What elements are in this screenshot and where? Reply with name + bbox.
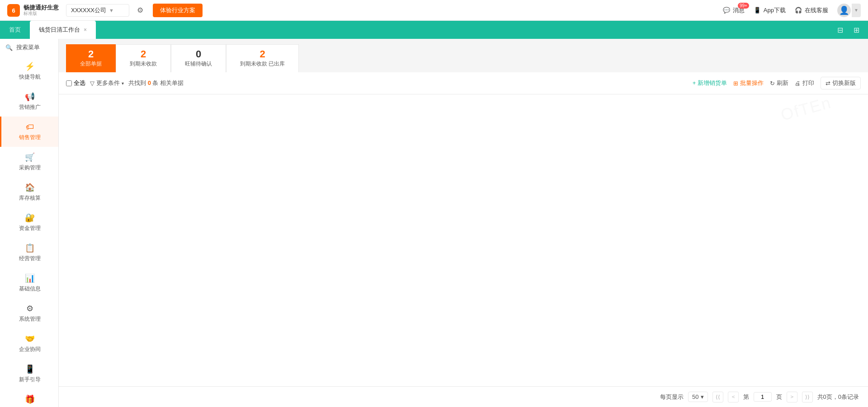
user-avatar-area[interactable]: 👤 ▼	[837, 4, 861, 17]
company-selector[interactable]: XXXXXX公司 ▼	[66, 4, 129, 17]
maximize-button[interactable]: ⊞	[850, 23, 863, 36]
sidebar-item-sales[interactable]: 🏷 销售管理	[0, 117, 58, 147]
sidebar-item-marketing[interactable]: 📢 营销推广	[0, 86, 58, 117]
per-page-label: 每页显示	[660, 393, 684, 401]
sidebar-item-purchase[interactable]: 🛒 采购管理	[0, 147, 58, 177]
tabs-bar-actions: ⊟ ⊞	[834, 23, 868, 36]
sidebar-search[interactable]: 🔍 搜索菜单	[0, 39, 58, 56]
stat-label-wangwang: 旺辅待确认	[185, 60, 212, 68]
finance-icon: 🔐	[25, 213, 35, 223]
minimize-button[interactable]: ⊟	[834, 23, 846, 36]
stat-num-all: 2	[88, 49, 94, 59]
stat-num-wangwang: 0	[196, 49, 201, 59]
page-input[interactable]	[754, 392, 772, 402]
chevron-down-icon: ▼	[109, 8, 114, 13]
watermark: OfTEn	[778, 94, 833, 125]
logo-area: 6 畅捷通好生意 标准版	[7, 4, 66, 17]
select-all-checkbox[interactable]: 全选	[66, 79, 85, 87]
per-page-value: 50	[692, 393, 698, 400]
sidebar-label-quick-nav: 快捷导航	[19, 73, 41, 81]
phone-icon: 📱	[754, 7, 761, 14]
footer-pagination: 每页显示 50 ▾ ⟨⟨ ＜ 第 页 ＞ ⟩⟩ 共0页，0条记录	[59, 386, 868, 407]
refresh-button[interactable]: ↻ 刷新	[770, 79, 788, 87]
table-area: OfTEn	[59, 94, 868, 386]
page-suffix: 页	[776, 393, 782, 401]
tab-home[interactable]: 首页	[0, 21, 30, 39]
app-download-label: App下载	[764, 6, 786, 14]
sidebar-item-basic-info[interactable]: 📊 基础信息	[0, 268, 58, 298]
print-icon: 🖨	[795, 80, 801, 87]
filter-icon: ▽	[90, 80, 94, 87]
sidebar-item-quick-nav[interactable]: ⚡ 快捷导航	[0, 56, 58, 86]
stat-label-overdue: 到期未收款	[130, 60, 157, 68]
service-icon: 🎧	[795, 7, 802, 14]
app-download-button[interactable]: 📱 App下载	[754, 6, 786, 14]
print-button[interactable]: 🖨 打印	[795, 79, 814, 87]
message-icon: 💬	[723, 7, 730, 14]
first-page-button[interactable]: ⟨⟨	[712, 392, 723, 402]
app-layout: 🔍 搜索菜单 ⚡ 快捷导航 📢 营销推广 🏷 销售管理 🛒 采购管理 🏠 库存核…	[0, 39, 868, 407]
new-sale-button[interactable]: + 新增销货单	[693, 79, 727, 87]
found-text: 共找到 0 条 相关单据	[128, 79, 184, 87]
switch-icon: ⇄	[826, 80, 830, 87]
operations-icon: 📋	[25, 243, 35, 253]
toolbar-left: 全选 ▽ 更多条件 ▾ 共找到 0 条 相关单据	[66, 79, 687, 87]
trial-button[interactable]: 体验行业方案	[153, 4, 203, 17]
refresh-label: 刷新	[777, 79, 788, 87]
last-page-button[interactable]: ⟩⟩	[802, 392, 813, 402]
stat-tab-wangwang[interactable]: 0 旺辅待确认	[171, 44, 226, 72]
per-page-select[interactable]: 50 ▾	[688, 392, 708, 402]
tab-home-label: 首页	[9, 26, 21, 34]
gear-icon: ⚙	[137, 6, 143, 14]
prev-page-button[interactable]: ＜	[728, 392, 739, 402]
marketing-icon: 📢	[25, 92, 35, 102]
tab-active-label: 钱货日清工作台	[39, 26, 80, 34]
online-service-button[interactable]: 🎧 在线客服	[795, 6, 828, 14]
message-badge: 99+	[738, 3, 749, 9]
avatar-dropdown[interactable]: ▼	[852, 4, 861, 17]
switch-label: 切换新版	[832, 79, 856, 87]
next-page-button[interactable]: ＞	[787, 392, 797, 402]
stat-tabs: 2 全部单据 2 到期未收款 0 旺辅待确认 2 到期未收款 已出库	[66, 44, 861, 72]
sidebar-item-app-center[interactable]: 🎁 应用中心	[0, 389, 58, 407]
sidebar-item-cooperation[interactable]: 🤝 企业协同	[0, 328, 58, 359]
sidebar-label-guide: 新手引导	[19, 376, 41, 384]
stat-tab-overdue-unpaid[interactable]: 2 到期未收款	[116, 44, 171, 72]
new-sale-label: + 新增销货单	[693, 79, 727, 87]
batch-op-button[interactable]: ⊞ 批量操作	[733, 79, 764, 87]
select-all-label: 全选	[74, 79, 85, 87]
tab-active[interactable]: 钱货日清工作台 ×	[30, 21, 96, 39]
stat-tab-overdue-not-out[interactable]: 2 到期未收款 已出库	[226, 44, 299, 72]
print-label: 打印	[802, 79, 814, 87]
stat-label-all: 全部单据	[80, 60, 102, 68]
cooperation-icon: 🤝	[25, 334, 35, 344]
sidebar-label-inventory: 库存核算	[19, 194, 41, 202]
sidebar-label-cooperation: 企业协同	[19, 346, 41, 353]
sidebar-label-operations: 经营管理	[19, 255, 41, 262]
top-header: 6 畅捷通好生意 标准版 XXXXXX公司 ▼ ⚙ 体验行业方案 💬 消息 99…	[0, 0, 868, 21]
stat-num-overdue-not-out: 2	[260, 49, 265, 59]
logo-text: 畅捷通好生意 标准版	[24, 4, 59, 17]
switch-version-button[interactable]: ⇄ 切换新版	[821, 77, 861, 89]
sidebar: 🔍 搜索菜单 ⚡ 快捷导航 📢 营销推广 🏷 销售管理 🛒 采购管理 🏠 库存核…	[0, 39, 59, 407]
settings-button[interactable]: ⚙	[133, 3, 147, 18]
stat-tab-all[interactable]: 2 全部单据	[66, 44, 116, 72]
filter-button[interactable]: ▽ 更多条件 ▾	[90, 79, 124, 87]
sidebar-item-operations[interactable]: 📋 经营管理	[0, 238, 58, 268]
tab-close-icon[interactable]: ×	[84, 27, 87, 33]
app-center-icon: 🎁	[25, 394, 35, 404]
guide-icon: 📱	[25, 364, 35, 374]
message-button[interactable]: 💬 消息 99+	[723, 6, 745, 14]
tabs-bar: 首页 钱货日清工作台 × ⊟ ⊞	[0, 21, 868, 39]
avatar: 👤	[837, 4, 851, 17]
sidebar-item-system[interactable]: ⚙ 系统管理	[0, 298, 58, 328]
sidebar-item-guide[interactable]: 📱 新手引导	[0, 359, 58, 389]
sidebar-label-system: 系统管理	[19, 315, 41, 323]
quick-nav-icon: ⚡	[25, 61, 35, 71]
sidebar-label-sales: 销售管理	[19, 134, 41, 141]
header-right: 💬 消息 99+ 📱 App下载 🎧 在线客服 👤 ▼	[723, 4, 861, 17]
main-content: 2 全部单据 2 到期未收款 0 旺辅待确认 2 到期未收款 已出库	[59, 39, 868, 407]
select-all-input[interactable]	[66, 80, 72, 86]
sidebar-item-finance[interactable]: 🔐 资金管理	[0, 207, 58, 238]
sidebar-item-inventory[interactable]: 🏠 库存核算	[0, 177, 58, 207]
